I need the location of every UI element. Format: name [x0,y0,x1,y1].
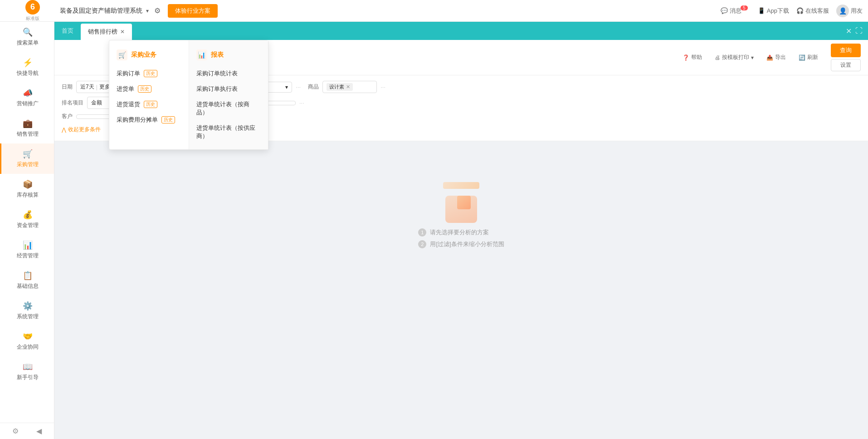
goods-input[interactable]: 设计素 ✕ [322,81,377,93]
quick-nav-icon: ⚡ [23,58,33,68]
export-btn[interactable]: 📤 导出 [763,52,790,63]
operation-icon: 📊 [23,240,33,250]
sidebar-item-enterprise[interactable]: 🤝 企业协同 [0,326,54,356]
sidebar-item-purchase[interactable]: 🛒 采购管理 [0,143,54,174]
dropdown-item-order-stats[interactable]: 采购订单统计表 [189,66,268,81]
dropdown-item-incoming-stats-goods[interactable]: 进货单统计表（按商品） [189,97,268,120]
sidebar-item-operation[interactable]: 📊 经营管理 [0,235,54,265]
tab-close-all-icon[interactable]: ✕ [846,27,852,35]
tab-sales-ranking[interactable]: 销售排行榜 ✕ [81,24,132,40]
dropdown-header-purchase: 🛒 采购业务 [109,46,189,66]
tab-home[interactable]: 首页 [54,22,81,40]
tab-bar: 首页 销售排行榜 ✕ ✕ ⛶ [54,22,868,40]
goods-label: 商品 [308,83,319,91]
empty-step2: 2 用[过滤]条件来缩小分析范围 [418,240,504,248]
incoming-stats-goods-label: 进货单统计表（按商品） [196,100,261,117]
step2-text: 用[过滤]条件来缩小分析范围 [430,240,504,248]
sidebar-item-inventory[interactable]: 📦 库存核算 [0,174,54,204]
query-button[interactable]: 查询 [831,44,861,57]
empty-illustration [434,178,488,223]
message-label: 消息 [730,7,741,15]
incoming-history[interactable]: 历史 [138,85,151,93]
refresh-btn[interactable]: 🔄 刷新 [795,52,822,63]
dropdown-item-purchase-order[interactable]: 采购订单 历史 [109,66,189,81]
online-service-item[interactable]: 🎧 在线客服 [796,7,829,15]
sidebar-label-finance: 资金管理 [17,222,39,229]
dropdown-item-incoming-stats-supplier[interactable]: 进货单统计表（按供应商） [189,120,268,144]
export-icon: 📤 [766,54,773,61]
salesperson-more[interactable]: ··· [299,99,304,106]
expense-history[interactable]: 历史 [161,116,175,123]
set-button[interactable]: 设置 [831,59,861,71]
top-right: 💬 消息 5 📱 App下载 🎧 在线客服 👤 用友 [721,5,863,17]
sidebar-item-quick-nav[interactable]: ⚡ 快捷导航 [0,52,54,83]
guide-icon: 📖 [23,362,33,372]
sidebar-item-guide[interactable]: 📖 新手引导 [0,356,54,387]
sidebar-item-sales[interactable]: 💼 销售管理 [0,113,54,143]
sidebar-label-marketing: 营销推广 [17,100,39,108]
goods-tag-close[interactable]: ✕ [346,84,350,90]
sidebar-label-guide: 新手引导 [17,374,39,381]
sidebar-item-finance[interactable]: 💰 资金管理 [0,204,54,235]
customer-label: 客户 [62,113,73,120]
goods-tag-text: 设计素 [329,84,344,90]
user-item[interactable]: 👤 用友 [836,5,863,17]
voucher-status-more[interactable]: ··· [296,84,301,90]
filter-goods: 商品 设计素 ✕ ··· [308,81,385,93]
sidebar-item-marketing[interactable]: 📣 营销推广 [0,83,54,113]
dropdown-item-expense[interactable]: 采购费用分摊单 历史 [109,112,189,128]
empty-state: 1 请先选择要分析的方案 2 用[过滤]条件来缩小分析范围 [54,141,868,285]
message-badge: 5 [741,5,748,10]
ranking-label: 排名项目 [62,99,83,107]
system-icon: ⚙️ [23,301,33,311]
collapse-sidebar-icon[interactable]: ◀ [36,427,42,435]
step2-num: 2 [418,240,426,248]
dropdown-item-incoming[interactable]: 进货单 历史 [109,81,189,97]
goods-more[interactable]: ··· [380,84,385,90]
sidebar-label-system: 系统管理 [17,313,39,321]
tab-close-icon[interactable]: ✕ [120,29,125,35]
tab-sales-ranking-label: 销售排行榜 [88,28,117,36]
return-history[interactable]: 历史 [144,101,157,108]
report-header-icon: 📊 [196,49,207,60]
settings-bottom-icon[interactable]: ⚙ [12,427,19,435]
enterprise-icon: 🤝 [23,331,33,341]
dropdown-header-report: 📊 报表 [189,46,268,66]
sidebar-item-basic-info[interactable]: 📋 基础信息 [0,265,54,296]
date-preset-near7[interactable]: 近7天 [80,83,94,91]
order-exec-label: 采购订单执行表 [196,85,238,93]
tab-maximize-icon[interactable]: ⛶ [855,27,863,35]
dropdown-col-report: 📊 报表 采购订单统计表 采购订单执行表 进货单统计表（按商品） 进货单统计表（… [189,40,268,149]
expense-label: 采购费用分摊单 [117,116,158,124]
ranking-value: 金额 [91,99,102,107]
messages-item[interactable]: 💬 消息 5 [721,7,751,15]
step1-num: 1 [418,228,426,237]
message-icon: 💬 [721,7,728,14]
empty-text: 1 请先选择要分析的方案 2 用[过滤]条件来缩小分析范围 [418,228,504,248]
system-title-area: 装备及固定资产辅助管理系统 ▾ ⚙ 体验行业方案 [60,4,721,18]
print-icon: 🖨 [715,54,720,61]
print-btn[interactable]: 🖨 按模板打印 ▾ [711,52,757,63]
refresh-label: 刷新 [807,54,818,61]
system-title: 装备及固定资产辅助管理系统 [60,7,142,15]
print-label: 按模板打印 [722,54,749,61]
user-avatar: 👤 [836,5,849,17]
dropdown-item-order-exec[interactable]: 采购订单执行表 [189,81,268,97]
help-btn[interactable]: ❓ 帮助 [679,52,706,63]
dropdown-item-return[interactable]: 进货退货 历史 [109,97,189,112]
refresh-icon: 🔄 [799,54,805,61]
marketing-icon: 📣 [23,88,33,98]
user-label: 用友 [851,7,863,15]
industry-btn[interactable]: 体验行业方案 [168,4,218,18]
sidebar-item-search[interactable]: 🔍 搜索菜单 [0,22,54,52]
settings-icon[interactable]: ⚙ [154,6,161,15]
sidebar-label-purchase: 采购管理 [17,161,39,168]
dropdown-menu: 🛒 采购业务 采购订单 历史 进货单 历史 进货退货 历史 采购费用分摊单 [109,40,268,150]
sidebar-item-system[interactable]: ⚙️ 系统管理 [0,296,54,326]
system-dropdown-arrow[interactable]: ▾ [146,8,149,14]
purchase-order-history[interactable]: 历史 [144,70,157,77]
logo-subtitle: 标准版 [26,15,39,22]
app-download-item[interactable]: 📱 App下载 [758,7,789,15]
help-label: 帮助 [691,54,702,61]
collapse-icon: ⋀ [62,127,66,133]
